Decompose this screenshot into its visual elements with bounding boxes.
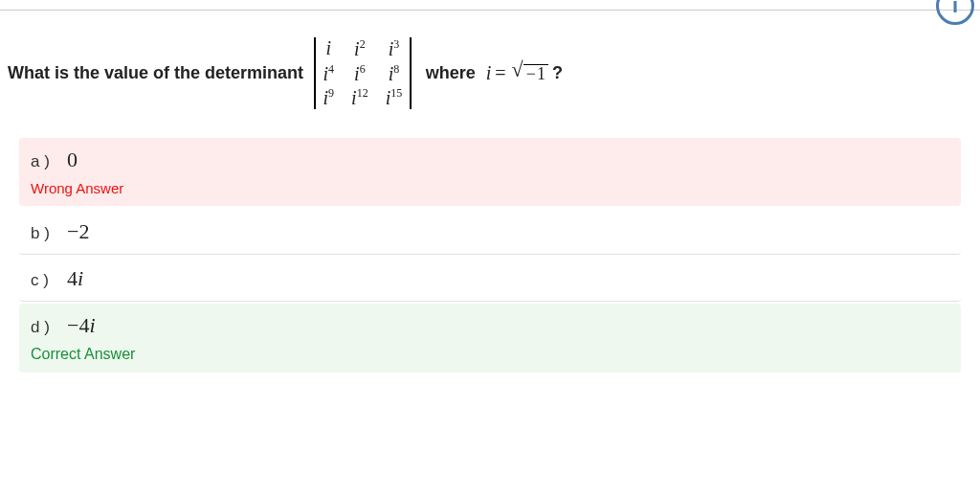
cell-0-1: i2 xyxy=(351,37,368,60)
question: What is the value of the determinant i i… xyxy=(0,11,980,126)
options-list: a ) 0 Wrong Answer b ) −2 c ) 4i d ) −4i… xyxy=(0,126,980,373)
question-prefix: What is the value of the determinant xyxy=(8,63,308,83)
matrix-grid: i i2 i3 i4 i6 i8 i9 i12 i15 xyxy=(316,37,411,109)
info-glyph: i xyxy=(952,0,958,18)
cell-1-0: i4 xyxy=(323,62,335,85)
option-d[interactable]: d ) −4i Correct Answer xyxy=(19,304,961,373)
variable-i: i xyxy=(486,62,492,84)
option-a-value: 0 xyxy=(67,147,78,172)
cell-1-2: i8 xyxy=(386,62,403,85)
cell-2-1: i12 xyxy=(351,86,368,109)
option-d-value: −4i xyxy=(67,313,96,338)
cell-2-0: i9 xyxy=(323,86,335,109)
option-c-value: 4i xyxy=(67,266,83,291)
question-suffix: where i = √ − 1 ? xyxy=(421,62,563,84)
cell-0-0: i xyxy=(323,37,335,60)
option-c[interactable]: c ) 4i xyxy=(19,257,961,302)
option-b[interactable]: b ) −2 xyxy=(19,210,961,255)
option-c-label: c ) xyxy=(31,271,67,290)
option-d-feedback: Correct Answer xyxy=(31,346,949,363)
where-text: where xyxy=(421,63,480,83)
option-a-label: a ) xyxy=(31,152,67,171)
cell-2-2: i15 xyxy=(386,86,403,109)
radicand: − 1 xyxy=(523,64,548,82)
sqrt: √ − 1 xyxy=(512,64,548,82)
cell-0-2: i3 xyxy=(386,37,403,60)
option-d-label: d ) xyxy=(31,318,67,337)
question-mark: ? xyxy=(552,63,563,83)
option-a[interactable]: a ) 0 Wrong Answer xyxy=(19,138,961,206)
option-b-value: −2 xyxy=(67,219,89,244)
cell-1-1: i6 xyxy=(351,62,368,85)
equals-sign: = xyxy=(495,62,505,84)
matrix-right-bar xyxy=(410,37,412,109)
option-b-label: b ) xyxy=(31,224,67,243)
option-a-feedback: Wrong Answer xyxy=(31,180,949,196)
surd-symbol: √ xyxy=(512,61,523,79)
determinant-matrix: i i2 i3 i4 i6 i8 i9 i12 i15 xyxy=(314,37,412,109)
